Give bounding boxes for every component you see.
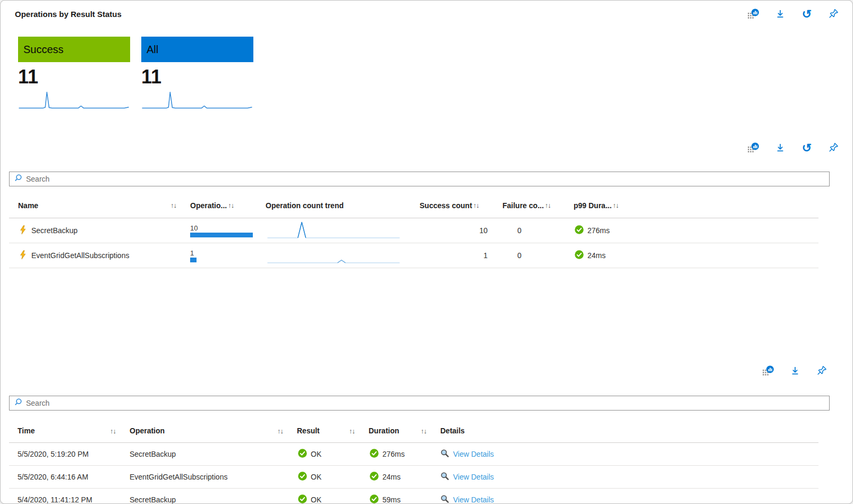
green-check-icon xyxy=(298,449,307,459)
events-search-input[interactable] xyxy=(22,398,829,408)
column-header-operation-count-trend[interactable]: Operation count trend xyxy=(266,201,420,210)
p99-duration-value: 276ms xyxy=(587,226,610,235)
export-button[interactable] xyxy=(774,8,787,21)
event-time: 5/4/2020, 11:41:12 PM xyxy=(9,496,130,504)
change-visualization-button[interactable] xyxy=(762,365,775,378)
pin-button[interactable] xyxy=(827,8,840,21)
event-result: OK xyxy=(311,496,321,504)
tile-success-value: 11 xyxy=(18,64,130,90)
event-time: 5/5/2020, 5:19:20 PM xyxy=(9,450,130,458)
events-search-box xyxy=(9,396,830,411)
lightning-bolt-icon xyxy=(19,225,27,236)
undo-icon: ↺ xyxy=(802,143,812,153)
operations-by-result-status-panel: Operations by Result Status xyxy=(0,0,853,504)
event-duration: 59ms xyxy=(382,496,400,504)
magnifier-icon xyxy=(440,494,449,504)
pin-button[interactable] xyxy=(827,142,840,155)
event-result: OK xyxy=(311,450,321,458)
table-row[interactable]: 5/5/2020, 5:19:20 PM SecretBackup OK 276… xyxy=(9,443,818,466)
sort-icon[interactable]: ↑↓ xyxy=(545,201,551,209)
operation-name: SecretBackup xyxy=(31,226,78,235)
operations-search-box xyxy=(9,172,830,186)
search-icon xyxy=(14,174,22,184)
undo-button[interactable]: ↺ xyxy=(800,8,813,21)
column-header-operation[interactable]: Operation ↑↓ xyxy=(130,426,297,435)
column-header-result[interactable]: Result ↑↓ xyxy=(297,426,369,435)
table-row[interactable]: SecretBackup 10 10 0 276 xyxy=(9,218,818,243)
table-row[interactable]: EventGridGetAllSubscriptions 1 1 0 xyxy=(9,243,818,268)
magnifier-icon xyxy=(440,449,449,459)
sort-icon[interactable]: ↑↓ xyxy=(228,201,234,209)
lightning-bolt-icon xyxy=(19,250,27,261)
operation-count-value: 1 xyxy=(190,249,197,257)
change-visualization-button[interactable] xyxy=(747,8,760,21)
operation-count-bar xyxy=(190,258,197,262)
operations-table-toolbar: ↺ xyxy=(747,142,840,155)
column-header-p99-duration[interactable]: p99 Dura... ↑↓ xyxy=(570,201,818,210)
magnifier-icon xyxy=(440,472,449,482)
green-check-icon xyxy=(370,449,379,459)
tile-success-sparkline xyxy=(18,91,130,109)
column-header-failure-count[interactable]: Failure co... ↑↓ xyxy=(492,201,570,210)
download-icon xyxy=(775,142,786,155)
event-operation: EventGridGetAllSubscriptions xyxy=(130,473,297,481)
tile-all-band: All xyxy=(141,37,253,62)
sort-icon[interactable]: ↑↓ xyxy=(421,427,426,435)
tile-success-band: Success xyxy=(18,37,130,62)
view-details-link[interactable]: View Details xyxy=(453,496,494,504)
events-table: Time ↑↓ Operation ↑↓ Result ↑↓ Duration … xyxy=(9,419,818,504)
download-icon xyxy=(790,365,800,378)
tile-all-value: 11 xyxy=(141,64,253,90)
operation-trend-sparkline xyxy=(267,221,400,240)
event-duration: 24ms xyxy=(382,473,400,481)
green-check-icon xyxy=(298,494,307,504)
view-details-link[interactable]: View Details xyxy=(453,450,494,458)
undo-button[interactable]: ↺ xyxy=(800,142,813,155)
pin-icon xyxy=(816,365,827,378)
column-header-operation-count[interactable]: Operatio... ↑↓ xyxy=(190,201,266,210)
failure-count-value: 0 xyxy=(492,251,570,260)
column-header-name[interactable]: Name ↑↓ xyxy=(9,201,190,210)
download-icon xyxy=(775,8,786,21)
operations-table: Name ↑↓ Operatio... ↑↓ Operation count t… xyxy=(9,193,818,268)
undo-icon: ↺ xyxy=(802,9,812,20)
operations-search-input[interactable] xyxy=(22,174,829,184)
column-header-time[interactable]: Time ↑↓ xyxy=(9,426,130,435)
sort-icon[interactable]: ↑↓ xyxy=(473,201,479,209)
change-visualization-button[interactable] xyxy=(747,142,760,155)
tile-all[interactable]: All 11 xyxy=(141,37,253,109)
pin-icon xyxy=(828,142,839,155)
search-icon xyxy=(14,398,22,408)
bar-chart-bubble-icon xyxy=(748,8,760,21)
pin-button[interactable] xyxy=(815,365,828,378)
view-details-link[interactable]: View Details xyxy=(453,473,494,481)
column-header-duration[interactable]: Duration ↑↓ xyxy=(369,426,440,435)
sort-icon[interactable]: ↑↓ xyxy=(349,427,355,435)
p99-duration-value: 24ms xyxy=(587,251,605,260)
operation-count-bar xyxy=(190,233,253,237)
event-operation: SecretBackup xyxy=(130,450,297,458)
column-header-success-count[interactable]: Success count ↑↓ xyxy=(420,201,492,210)
sort-icon[interactable]: ↑↓ xyxy=(170,201,176,209)
export-button[interactable] xyxy=(774,142,787,155)
operations-table-header: Name ↑↓ Operatio... ↑↓ Operation count t… xyxy=(9,193,818,218)
green-check-icon xyxy=(370,472,379,482)
kpi-tiles: Success 11 All 11 xyxy=(18,37,253,109)
tile-success[interactable]: Success 11 xyxy=(18,37,130,109)
sort-icon[interactable]: ↑↓ xyxy=(277,427,283,435)
operation-count-value: 10 xyxy=(190,224,253,232)
event-duration: 276ms xyxy=(382,450,405,458)
green-check-icon xyxy=(298,472,307,482)
green-check-icon xyxy=(370,494,379,504)
column-header-details[interactable]: Details xyxy=(440,426,818,435)
sort-icon[interactable]: ↑↓ xyxy=(613,201,619,209)
event-result: OK xyxy=(311,473,321,481)
sort-icon[interactable]: ↑↓ xyxy=(110,427,116,435)
table-row[interactable]: 5/4/2020, 11:41:12 PM SecretBackup OK 59… xyxy=(9,489,818,504)
tile-all-sparkline xyxy=(141,91,253,109)
events-table-toolbar xyxy=(762,365,828,378)
panel-toolbar: ↺ xyxy=(747,8,840,21)
table-row[interactable]: 5/5/2020, 6:44:16 AM EventGridGetAllSubs… xyxy=(9,466,818,489)
export-button[interactable] xyxy=(789,365,801,378)
success-count-value: 10 xyxy=(420,226,492,235)
